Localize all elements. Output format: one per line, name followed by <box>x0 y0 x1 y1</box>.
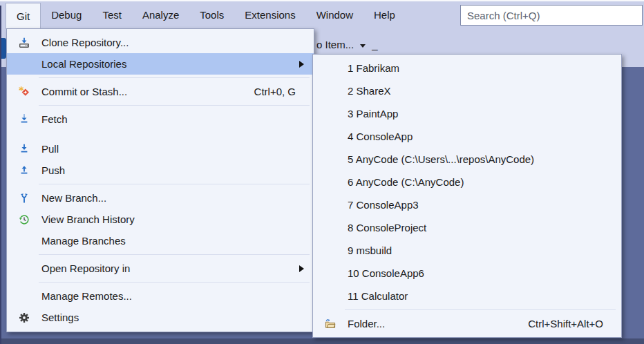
menu-item-label: 3 PaintApp <box>348 108 621 120</box>
menu-item[interactable]: Fetch <box>7 108 314 130</box>
menu-item[interactable]: Folder... Ctrl+Shift+Alt+O <box>313 312 621 335</box>
menu-separator <box>39 184 310 184</box>
clone-icon <box>7 37 41 48</box>
menubar-item[interactable]: Extensions <box>234 0 305 29</box>
pull-icon <box>7 144 41 155</box>
menu-item-label: Push <box>41 164 314 176</box>
menu-item[interactable]: 5 AnyCode (C:\Users\...\repos\AnyCode) <box>313 148 621 171</box>
window-bottom-border <box>0 338 644 344</box>
menu-item-label: New Branch... <box>41 192 314 204</box>
menu-item-label: Settings <box>41 312 314 323</box>
menu-item-label: 6 AnyCode (C:\AnyCode) <box>348 176 621 188</box>
menu-item-label: 8 ConsoleProject <box>348 222 621 233</box>
menu-item-label: View Branch History <box>41 213 314 225</box>
menubar-item[interactable]: Tools <box>189 0 234 29</box>
menu-item-label: Manage Branches <box>41 235 314 247</box>
menu-item[interactable]: Pull <box>7 138 314 160</box>
obscured-underscore: _ <box>372 39 377 50</box>
menu-separator <box>39 282 310 283</box>
menu-item[interactable]: 8 ConsoleProject <box>313 216 621 239</box>
branch-icon <box>7 193 41 204</box>
menu-item-label: Fetch <box>41 113 314 125</box>
folder-icon <box>313 318 348 329</box>
menu-item-label: 2 ShareX <box>348 85 621 97</box>
menu-item-label: 11 Calculator <box>348 290 621 302</box>
menu-item-shortcut: Ctrl+Shift+Alt+O <box>528 318 603 329</box>
menu-item[interactable]: 10 ConsoleApp6 <box>313 262 621 285</box>
menubar-item[interactable]: Git <box>6 3 41 29</box>
menu-item[interactable]: Manage Remotes... <box>7 285 314 307</box>
menu-item[interactable]: New Branch... <box>7 187 314 209</box>
menu-item-label: Commit or Stash... <box>41 86 254 97</box>
menu-item[interactable]: Open Repository in <box>7 258 314 279</box>
menu-item[interactable]: 6 AnyCode (C:\AnyCode) <box>313 171 621 193</box>
menu-item[interactable]: 11 Calculator <box>313 285 621 307</box>
menu-item-label: 10 ConsoleApp6 <box>348 267 621 279</box>
menu-item[interactable]: Push <box>7 160 314 181</box>
menu-item[interactable]: View Branch History <box>7 209 314 230</box>
menu-separator <box>39 254 310 255</box>
git-dropdown-menu: Clone Repository... Local Repositories C… <box>6 28 314 332</box>
background-toolbar-fragment: o Item... _ <box>316 39 378 50</box>
menu-item-shortcut: Ctrl+0, G <box>254 86 296 97</box>
menu-item-label: Local Repositories <box>41 58 299 70</box>
menu-item-label: 5 AnyCode (C:\Users\...\repos\AnyCode) <box>348 153 621 165</box>
menu-item[interactable]: 2 ShareX <box>313 79 621 102</box>
menu-item[interactable]: 7 ConsoleApp3 <box>313 193 621 216</box>
menu-item-label: 1 Fabrikam <box>348 62 621 74</box>
commit-stash-icon <box>7 86 41 97</box>
menu-item-label: Folder... <box>348 318 528 329</box>
menu-item[interactable]: Settings <box>7 307 314 328</box>
gear-icon <box>7 312 41 323</box>
history-icon <box>7 214 41 225</box>
menu-item-label: 7 ConsoleApp3 <box>348 199 621 211</box>
background-icon-fragment <box>1 38 6 59</box>
menu-item[interactable]: 9 msbuild <box>313 239 621 262</box>
menu-item[interactable]: 3 PaintApp <box>313 102 621 125</box>
menubar-item[interactable]: Debug <box>41 0 92 29</box>
menubar-item[interactable]: Window <box>306 0 363 29</box>
menu-item-label: Open Repository in <box>41 262 299 274</box>
menu-item[interactable]: 4 ConsoleApp <box>313 125 621 148</box>
push-icon <box>7 165 41 176</box>
menu-item[interactable]: Clone Repository... <box>7 32 314 53</box>
local-repositories-submenu: 1 Fabrikam 2 ShareX 3 PaintApp 4 Console… <box>312 54 622 338</box>
menu-item[interactable]: Commit or Stash... Ctrl+0, G <box>7 81 314 102</box>
menu-separator <box>39 77 310 78</box>
menubar-item[interactable]: Help <box>363 0 406 29</box>
search-input[interactable] <box>460 5 643 26</box>
menubar-item[interactable]: Analyze <box>132 0 189 29</box>
menubar-item[interactable]: Test <box>92 0 132 29</box>
fetch-icon <box>7 114 41 125</box>
submenu-arrow-icon <box>299 265 304 272</box>
submenu-arrow-icon <box>299 61 304 68</box>
dropdown-caret-icon <box>360 44 366 48</box>
menu-item-label: 4 ConsoleApp <box>348 131 621 142</box>
obscured-item-text: o Item... <box>316 39 354 50</box>
menu-item[interactable]: Manage Branches <box>7 230 314 251</box>
menu-separator <box>345 309 616 310</box>
menu-item[interactable]: 1 Fabrikam <box>313 57 621 79</box>
menu-item-label: Clone Repository... <box>41 37 314 48</box>
menu-item-label: Manage Remotes... <box>41 290 314 302</box>
menu-item[interactable]: Local Repositories <box>7 53 314 75</box>
menu-item-label: Pull <box>41 143 314 155</box>
menu-separator <box>39 105 310 106</box>
menu-item-label: 9 msbuild <box>348 245 621 256</box>
